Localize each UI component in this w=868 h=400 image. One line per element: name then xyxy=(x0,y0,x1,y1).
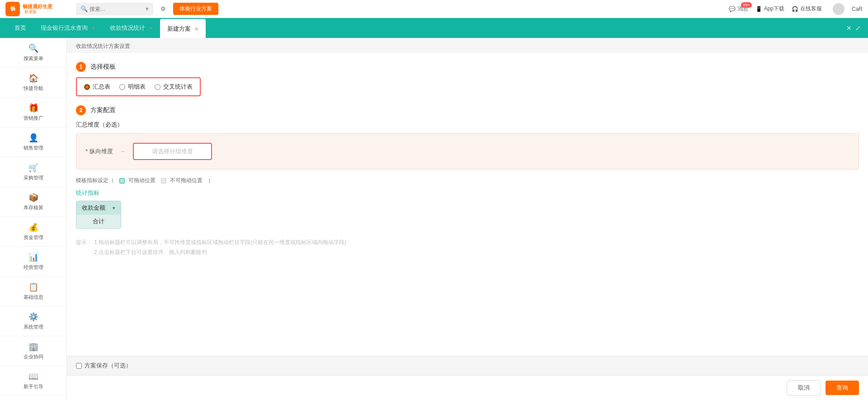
tip-line-2: 提示： 2.点击标题栏下拉可设置排序、插入列和删除列 xyxy=(76,248,859,258)
step1-number: 1 xyxy=(76,62,86,72)
basic-info-icon: 📋 xyxy=(28,282,38,292)
logo-text: 畅捷通好生意 xyxy=(23,4,52,9)
dim-arrow-icon: → xyxy=(120,148,126,155)
support-action[interactable]: 🎧 在线客服 xyxy=(792,5,822,13)
legend-movable: 可拖动位置 xyxy=(119,177,156,184)
form-container: 1 选择模板 汇总表 明细表 交叉统计表 xyxy=(67,53,868,356)
indicator-label-title: 统计指标 xyxy=(76,189,859,197)
message-action[interactable]: 💬 消息 99+ xyxy=(729,5,748,13)
indicator-header-text: 模板指标设定（ xyxy=(76,177,114,184)
message-icon: 💬 xyxy=(729,6,736,12)
sidebar-item-finance[interactable]: 💰 资金管理 xyxy=(0,217,66,247)
search-menu-icon: 🔍 xyxy=(28,43,38,53)
query-button[interactable]: 查询 xyxy=(826,381,859,395)
sidebar-item-hardware[interactable]: 🔧 智能硬件 xyxy=(0,396,66,400)
sidebar-item-guide[interactable]: 📖 新手引导 xyxy=(0,366,66,396)
sidebar-item-search-menu[interactable]: 🔍 搜索菜单 xyxy=(0,38,66,68)
close-bank-tab[interactable]: ✕ xyxy=(91,25,95,31)
sidebar-item-system[interactable]: ⚙️ 系统管理 xyxy=(0,306,66,336)
sidebar-item-operation[interactable]: 📊 经营管理 xyxy=(0,247,66,277)
step1-section: 1 选择模板 汇总表 明细表 交叉统计表 xyxy=(76,62,859,96)
tips-section: 提示： 1.拖动标题栏可以调整布局，不可跨维度或指标区域拖动栏目字段(只能在同一… xyxy=(76,238,859,257)
main-layout: 🔍 搜索菜单 🏠 快捷导航 🎁 营销推广 👤 销售管理 🛒 采购管理 📦 库存核… xyxy=(0,38,868,400)
marketing-icon: 🎁 xyxy=(28,103,38,113)
support-icon: 🎧 xyxy=(792,6,798,12)
dim-select-box[interactable]: 请选择分组维度 xyxy=(133,143,212,160)
sales-icon: 👤 xyxy=(28,133,38,143)
finance-icon: 💰 xyxy=(28,222,38,232)
download-action[interactable]: 📱 App下载 xyxy=(755,5,784,13)
save-option: 方案保存（可选） xyxy=(67,356,868,375)
operation-icon: 📊 xyxy=(28,252,38,262)
step1-header: 1 选择模板 xyxy=(76,62,859,72)
logo-icon: 畅 xyxy=(5,2,20,16)
step2-number: 2 xyxy=(76,105,86,115)
sidebar-item-inventory[interactable]: 📦 库存核算 xyxy=(0,187,66,217)
guide-icon: 📖 xyxy=(28,372,38,381)
logo-area: 畅 畅捷通好生意 标准版 xyxy=(5,2,72,16)
nav-tabs: 首页 现金银行流水查询 ✕ 收款情况统计 ✕ 新建方案 ✕ ✕ ⤢ xyxy=(0,18,868,38)
tab-home[interactable]: 首页 xyxy=(7,18,33,38)
indicator-card-body: 合计 xyxy=(76,215,121,228)
indicator-card-header[interactable]: 收款金额 ▾ xyxy=(76,201,121,215)
dimension-group: 汇总维度（必选） * 纵向维度 → 请选择分组维度 xyxy=(76,121,859,169)
step2-title: 方案配置 xyxy=(90,106,116,114)
inventory-icon: 📦 xyxy=(28,193,38,202)
search-bar[interactable]: 🔍 ▾ xyxy=(76,3,153,15)
save-option-label[interactable]: 方案保存（可选） xyxy=(85,362,132,370)
maximize-button[interactable]: ⤢ xyxy=(855,24,861,32)
indicator-header: 模板指标设定（ 可拖动位置 不可拖动位置 ） xyxy=(76,177,859,184)
sidebar-item-basic-info[interactable]: 📋 基础信息 xyxy=(0,277,66,306)
radio-summary-input[interactable] xyxy=(84,84,90,90)
cancel-button[interactable]: 取消 xyxy=(787,380,821,395)
content-area: 收款情况统计方案设置 1 选择模板 汇总表 明细表 xyxy=(67,38,868,400)
dimension-row: * 纵向维度 → 请选择分组维度 xyxy=(85,143,849,160)
movable-legend-dot xyxy=(119,178,125,184)
logo-badge: 标准版 xyxy=(24,9,52,14)
tab-bank[interactable]: 现金银行流水查询 ✕ xyxy=(33,18,103,38)
vertical-dim-label: * 纵向维度 xyxy=(85,147,113,155)
settings-button[interactable]: ⚙ xyxy=(157,3,170,15)
quick-nav-icon: 🏠 xyxy=(28,73,38,83)
message-badge: 99+ xyxy=(741,2,751,8)
trial-button[interactable]: 体验行业方案 xyxy=(173,3,218,15)
sidebar-item-marketing[interactable]: 🎁 营销推广 xyxy=(0,98,66,127)
top-header: 畅 畅捷通好生意 标准版 🔍 ▾ ⚙ 体验行业方案 💬 消息 99+ 📱 App… xyxy=(0,0,868,18)
sidebar-item-quick-nav[interactable]: 🏠 快捷导航 xyxy=(0,68,66,98)
sidebar-item-purchase[interactable]: 🛒 采购管理 xyxy=(0,157,66,187)
close-new-scheme-tab[interactable]: ✕ xyxy=(194,26,198,32)
template-options: 汇总表 明细表 交叉统计表 xyxy=(76,77,201,96)
indicator-section: 模板指标设定（ 可拖动位置 不可拖动位置 ） 统计指标 xyxy=(76,177,859,229)
save-checkbox[interactable] xyxy=(76,363,82,369)
close-window-button[interactable]: ✕ xyxy=(846,24,852,32)
page-breadcrumb: 收款情况统计方案设置 xyxy=(67,38,868,53)
footer-buttons: 取消 查询 xyxy=(67,375,868,400)
radio-cross[interactable]: 交叉统计表 xyxy=(155,83,193,91)
search-icon: 🔍 xyxy=(80,5,88,12)
sidebar: 🔍 搜索菜单 🏠 快捷导航 🎁 营销推广 👤 销售管理 🛒 采购管理 📦 库存核… xyxy=(0,38,67,400)
tab-collection[interactable]: 收款情况统计 ✕ xyxy=(103,18,160,38)
step1-title: 选择模板 xyxy=(90,63,116,71)
search-input[interactable] xyxy=(90,6,144,12)
avatar[interactable] xyxy=(833,3,844,15)
sidebar-item-enterprise[interactable]: 🏢 企业协同 xyxy=(0,336,66,366)
radio-detail-input[interactable] xyxy=(119,84,125,90)
radio-summary[interactable]: 汇总表 xyxy=(84,83,110,91)
step2-section: 2 方案配置 汇总维度（必选） * 纵向维度 → 请选择分组维度 xyxy=(76,105,859,257)
purchase-icon: 🛒 xyxy=(28,163,38,173)
dropdown-arrow-icon[interactable]: ▾ xyxy=(146,5,149,12)
header-right: 💬 消息 99+ 📱 App下载 🎧 在线客服 CaR xyxy=(729,3,863,15)
enterprise-icon: 🏢 xyxy=(28,342,38,352)
indicator-card: 收款金额 ▾ 合计 xyxy=(76,201,121,229)
radio-detail[interactable]: 明细表 xyxy=(119,83,146,91)
tip-line-1: 提示： 1.拖动标题栏可以调整布局，不可跨维度或指标区域拖动栏目字段(只能在同一… xyxy=(76,238,859,248)
radio-cross-input[interactable] xyxy=(155,84,160,90)
fixed-legend-dot xyxy=(161,178,166,184)
indicator-card-arrow-icon: ▾ xyxy=(113,205,115,211)
close-collection-tab[interactable]: ✕ xyxy=(149,25,153,31)
tab-actions: ✕ ⤢ xyxy=(846,24,861,32)
tip-prefix-1: 提示： xyxy=(76,238,92,248)
legend-fixed: 不可拖动位置 xyxy=(161,177,203,184)
tab-new-scheme[interactable]: 新建方案 ✕ xyxy=(160,19,206,39)
sidebar-item-sales[interactable]: 👤 销售管理 xyxy=(0,127,66,157)
